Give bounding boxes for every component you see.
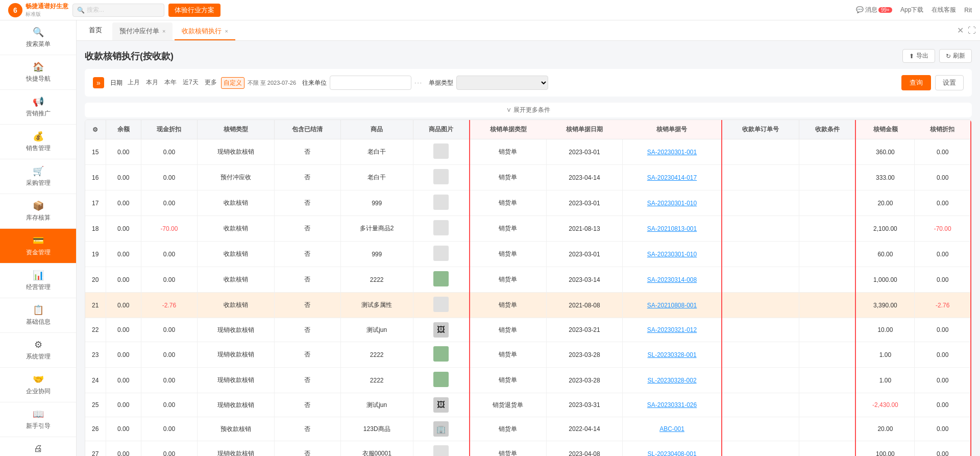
cell-cancel-amount: 10.00: [855, 318, 914, 342]
cell-cancel-date: 2023-03-01: [547, 139, 623, 165]
sidebar-item-采购管理[interactable]: 🛒采购管理: [0, 159, 76, 194]
cell-cancel-discount: 0.00: [915, 318, 971, 342]
app-download-link[interactable]: App下载: [900, 6, 923, 14]
tab-bar-actions: ✕ ⛶: [957, 20, 976, 40]
cell-cancel-slip-type: 销货单: [470, 417, 547, 441]
expand-conditions-btn[interactable]: ∨ 展开更多条件: [506, 106, 550, 114]
cell-goods: 测试jun: [340, 393, 413, 417]
from-unit-input[interactable]: [330, 76, 411, 90]
cell-receipt-condition: [799, 242, 856, 267]
sidebar-item-新手引导[interactable]: 📖新手引导: [0, 402, 76, 437]
sidebar-item-快捷导航[interactable]: 🏠快捷导航: [0, 55, 76, 90]
tab-receipt-cancel[interactable]: 收款核销执行 ×: [175, 22, 235, 40]
data-table: ⚙ 余额 现金折扣 核销类型 包含已结清 商品 商品图片 核销单据类型 核销单据…: [85, 120, 971, 456]
user-name[interactable]: Rit: [964, 7, 972, 14]
tab-close-2[interactable]: ×: [225, 28, 228, 34]
sidebar-item-企业协同[interactable]: 🤝企业协同: [0, 368, 76, 402]
date-7days[interactable]: 近7天: [181, 77, 201, 89]
cell-cancel-amount: 3,390.00: [855, 293, 914, 318]
cell-cancel-type: 现销收款核销: [197, 368, 274, 393]
cell-cancel-amount: 360.00: [855, 139, 914, 165]
cell-cash-discount: 0.00: [141, 267, 197, 293]
col-gear[interactable]: ⚙: [85, 120, 106, 139]
tab-close-1[interactable]: ×: [162, 28, 165, 34]
industry-solution-button[interactable]: 体验行业方案: [168, 4, 220, 17]
online-service-link[interactable]: 在线客服: [932, 6, 956, 14]
message-icon[interactable]: 💬 消息99+: [856, 6, 892, 14]
slip-type-label: 单据类型: [429, 79, 453, 87]
cell-cancel-type: 收款核销: [197, 267, 274, 293]
sidebar-item-销售管理[interactable]: 💰销售管理: [0, 125, 76, 159]
goods-image: [433, 220, 449, 235]
cell-include-settled: 否: [274, 216, 340, 242]
table-row: 22 0.00 0.00 现销收款核销 否 测试jun 🖼 销货单 2023-0…: [85, 318, 971, 342]
cell-cancel-slip-type: 销货单: [470, 190, 547, 216]
sidebar-item-基础信息[interactable]: 📋基础信息: [0, 298, 76, 333]
date-this-year[interactable]: 本年: [162, 77, 179, 89]
sidebar-item-营销推广[interactable]: 📢营销推广: [0, 90, 76, 125]
cell-receipt-condition: [799, 393, 856, 417]
cell-goods-img: [413, 165, 470, 190]
cell-cancel-discount: 0.00: [915, 139, 971, 165]
sidebar-item-经营管理[interactable]: 📊经营管理: [0, 263, 76, 298]
date-custom[interactable]: 自定义: [221, 77, 244, 89]
col-cancel-date: 核销单据日期: [547, 120, 623, 139]
cell-goods: 多计量商品2: [340, 216, 413, 242]
cell-receipt-condition: [799, 368, 856, 393]
cell-cancel-slip-type: 销货单: [470, 139, 547, 165]
col-cancel-discount: 核销折扣: [915, 120, 971, 139]
sidebar-item-系统管理[interactable]: ⚙系统管理: [0, 333, 76, 368]
cell-goods-img: 🖼: [413, 393, 470, 417]
cell-receipt-condition: [799, 441, 856, 457]
filter-expand-button[interactable]: »: [93, 77, 104, 88]
slip-type-select[interactable]: [456, 76, 548, 90]
cell-cancel-amount: 60.00: [855, 242, 914, 267]
sidebar-item-搜索菜单[interactable]: 🔍搜索菜单: [0, 20, 76, 55]
goods-image: [433, 346, 449, 362]
cell-cancel-slip-no: SA-20230331-026: [623, 393, 722, 417]
goods-image: 🏢: [433, 421, 449, 437]
cell-cancel-amount: 2,100.00: [855, 216, 914, 242]
data-table-container: ⚙ 余额 现金折扣 核销类型 包含已结清 商品 商品图片 核销单据类型 核销单据…: [85, 119, 972, 456]
cell-include-settled: 否: [274, 393, 340, 417]
cell-cancel-slip-no: SA-20230314-008: [623, 267, 722, 293]
cell-goods-img: [413, 368, 470, 393]
cell-cancel-type: 现销收款核销: [197, 139, 274, 165]
tab-home[interactable]: 首页: [81, 20, 110, 40]
table-row: 17 0.00 0.00 收款核销 否 999 销货单 2023-03-01 S…: [85, 190, 971, 216]
tab-prepay[interactable]: 预付冲应付单 ×: [112, 22, 173, 40]
cell-cancel-date: 2023-03-28: [547, 368, 623, 393]
close-window-icon[interactable]: ✕: [957, 26, 964, 35]
cell-receipt-condition: [799, 190, 856, 216]
from-unit-label: 往来单位: [302, 79, 327, 87]
cell-include-settled: 否: [274, 165, 340, 190]
cell-cancel-type: 现销收款核销: [197, 318, 274, 342]
cell-include-settled: 否: [274, 368, 340, 393]
cell-receipt-order-no: [722, 441, 799, 457]
cell-id: 23: [85, 342, 106, 368]
top-bar-left: 6 畅捷通谱好生意 标准版 🔍 搜索... 体验行业方案: [8, 2, 220, 18]
refresh-button[interactable]: ↻ 刷新: [939, 49, 972, 63]
cell-include-settled: 否: [274, 342, 340, 368]
sidebar-item-资金管理[interactable]: 💳资金管理: [0, 229, 76, 263]
table-row: 25 0.00 0.00 现销收款核销 否 测试jun 🖼 销货退货单 2023…: [85, 393, 971, 417]
col-receipt-condition: 收款条件: [799, 120, 856, 139]
cell-cancel-slip-no: SL-20230408-001: [623, 441, 722, 457]
cell-cancel-discount: 0.00: [915, 190, 971, 216]
sidebar-item-智能硬件[interactable]: 🖨智能硬件: [0, 437, 76, 456]
cell-cancel-discount: 0.00: [915, 242, 971, 267]
expand-window-icon[interactable]: ⛶: [968, 26, 976, 35]
cell-cancel-date: 2023-03-14: [547, 267, 623, 293]
date-this-month[interactable]: 本月: [144, 77, 160, 89]
date-more[interactable]: 更多: [203, 77, 219, 89]
setting-button[interactable]: 设置: [935, 75, 964, 90]
sidebar: 🔍搜索菜单🏠快捷导航📢营销推广💰销售管理🛒采购管理📦库存核算💳资金管理📊经营管理…: [0, 20, 77, 456]
cell-cash-discount: 0.00: [141, 318, 197, 342]
cell-cancel-discount: 0.00: [915, 267, 971, 293]
export-button[interactable]: ⬆ 导出: [902, 49, 935, 63]
date-last-month[interactable]: 上月: [126, 77, 142, 89]
goods-image: [433, 297, 449, 312]
sidebar-item-库存核算[interactable]: 📦库存核算: [0, 194, 76, 229]
cell-cash-discount: 0.00: [141, 368, 197, 393]
query-button[interactable]: 查询: [901, 75, 931, 90]
